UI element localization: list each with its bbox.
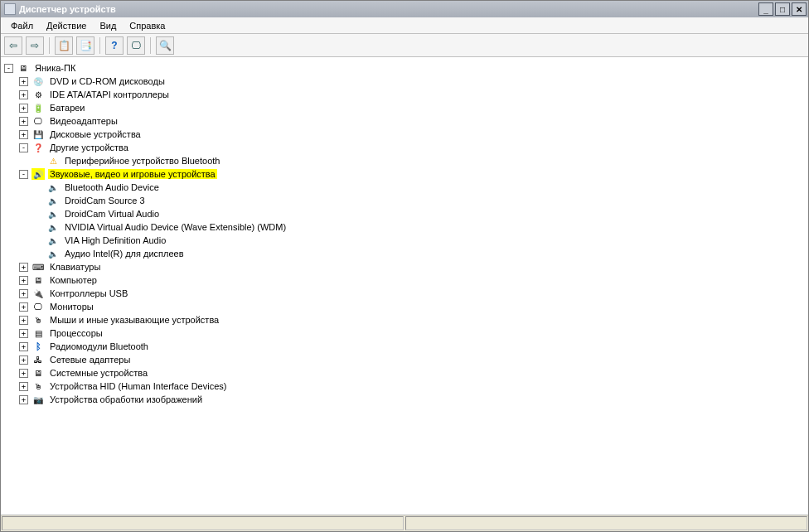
expand-toggle[interactable]: + (19, 302, 28, 312)
device-tree-panel[interactable]: -Яника-ПК+DVD и CD-ROM дисководы+IDE ATA… (1, 57, 808, 515)
tree-node[interactable]: Bluetooth Audio Device (34, 181, 807, 194)
icon-speaker-icon (46, 181, 60, 193)
tree-node-label: Другие устройства (48, 143, 130, 152)
toolbar-separator (49, 37, 50, 54)
toggle-spacer (34, 236, 43, 245)
expand-toggle[interactable]: + (19, 316, 28, 325)
status-pane-1 (2, 516, 404, 530)
tree-node[interactable]: +Сетевые адаптеры (19, 353, 807, 366)
toolbar-properties-button[interactable]: 📑 (76, 36, 94, 55)
toolbar-forward-button[interactable]: ⇨ (26, 36, 44, 55)
expand-toggle[interactable]: + (19, 77, 28, 86)
tree-node[interactable]: +Мыши и иные указывающие устройства (19, 313, 807, 326)
window-title: Диспетчер устройств (19, 4, 116, 14)
tree-node-label: Сетевые адаптеры (48, 355, 132, 365)
tree-node[interactable]: Аудио Intel(R) для дисплеев (34, 247, 807, 260)
tree-node-label: Мониторы (48, 302, 95, 312)
arrow-left-icon: ⇦ (9, 40, 17, 51)
tree-node[interactable]: +Процессоры (19, 326, 807, 340)
tree-node[interactable]: -Звуковые, видео и игровые устройства (19, 167, 807, 181)
icon-battery-icon (31, 102, 45, 114)
menu-file[interactable]: Файл (4, 19, 40, 32)
tree-node[interactable]: +Контроллеры USB (19, 287, 807, 300)
tree-node[interactable]: +IDE ATA/ATAPI контроллеры (19, 88, 807, 101)
toolbar-back-button[interactable]: ⇦ (4, 36, 22, 55)
close-button[interactable]: ✕ (792, 2, 807, 16)
tree-node-label: Дисковые устройства (48, 129, 143, 139)
expand-toggle[interactable]: - (19, 170, 28, 179)
tree-node[interactable]: +DVD и CD-ROM дисководы (19, 75, 807, 88)
menu-view[interactable]: Вид (93, 19, 123, 32)
tree-root-node[interactable]: -Яника-ПК (4, 61, 807, 75)
tree-node-label: Клавиатуры (48, 262, 102, 272)
tree-node[interactable]: VIA High Definition Audio (34, 234, 807, 247)
icon-disk-icon (31, 128, 45, 140)
tree-node-label: VIA High Definition Audio (63, 235, 167, 245)
icon-monitor-icon (31, 301, 45, 312)
icon-image-icon (31, 394, 45, 405)
tree-node[interactable]: DroidCam Virtual Audio (34, 207, 807, 220)
icon-speaker-icon (46, 248, 60, 259)
expand-toggle[interactable]: + (19, 104, 28, 113)
tree-node[interactable]: +Мониторы (19, 300, 807, 313)
tree-node-label: Яника-ПК (33, 63, 77, 73)
toolbar-help-button[interactable]: ? (105, 36, 124, 55)
expand-toggle[interactable]: - (4, 64, 13, 73)
tree-node-label: Батареи (48, 103, 87, 113)
device-manager-window: Диспетчер устройств _ □ ✕ Файл Действие … (0, 0, 809, 532)
menu-action[interactable]: Действие (40, 19, 93, 32)
expand-toggle[interactable]: + (19, 395, 28, 404)
tree-node[interactable]: +Устройства обработки изображений (19, 393, 807, 406)
tree-node[interactable]: Периферийное устройство Bluetooth (34, 154, 807, 167)
tree-node-label: Компьютер (48, 275, 99, 285)
expand-toggle[interactable]: + (19, 342, 28, 351)
tree-node-label: Аудио Intel(R) для дисплеев (63, 249, 186, 259)
expand-toggle[interactable]: + (19, 382, 28, 391)
icon-cd-icon (31, 75, 45, 87)
tree-node-label: Устройства HID (Human Interface Devices) (48, 381, 228, 391)
menu-help[interactable]: Справка (123, 19, 172, 32)
toggle-spacer (34, 183, 43, 192)
expand-toggle[interactable]: + (19, 263, 28, 272)
expand-toggle[interactable]: + (19, 130, 28, 139)
status-bar (1, 515, 808, 531)
tree-node[interactable]: +Устройства HID (Human Interface Devices… (19, 380, 807, 393)
icon-sound-icon (31, 168, 45, 180)
tree-node[interactable]: +Компьютер (19, 273, 807, 287)
maximize-button[interactable]: □ (775, 2, 790, 16)
tree-node[interactable]: DroidCam Source 3 (34, 194, 807, 207)
expand-toggle[interactable]: + (19, 289, 28, 298)
tree-node[interactable]: +Дисковые устройства (19, 128, 807, 141)
tree-node[interactable]: NVIDIA Virtual Audio Device (Wave Extens… (34, 220, 807, 234)
tree-node-label: Видеоадаптеры (48, 116, 119, 126)
toolbar-separator (150, 37, 151, 54)
toolbar-view-button[interactable]: 🖵 (127, 36, 145, 55)
tree-node[interactable]: +Системные устройства (19, 366, 807, 380)
toolbar-show-button[interactable]: 📋 (55, 36, 73, 55)
tree-node[interactable]: -Другие устройства (19, 141, 807, 154)
tree-node[interactable]: +Клавиатуры (19, 260, 807, 273)
icon-system-icon (31, 367, 45, 379)
tree-node-label: IDE ATA/ATAPI контроллеры (48, 89, 171, 99)
icon-speaker-icon (46, 235, 60, 246)
tree-node-label: Мыши и иные указывающие устройства (48, 315, 220, 325)
expand-toggle[interactable]: + (19, 90, 28, 99)
toolbar-scan-button[interactable]: 🔍 (156, 36, 174, 55)
minimize-button[interactable]: _ (758, 2, 773, 16)
tree-node[interactable]: +Батареи (19, 101, 807, 114)
tree-node[interactable]: +Радиомодули Bluetooth (19, 340, 807, 353)
tree-node[interactable]: +Видеоадаптеры (19, 114, 807, 128)
title-bar[interactable]: Диспетчер устройств _ □ ✕ (1, 1, 808, 17)
icon-usb-icon (31, 288, 45, 299)
tree-node-label: Системные устройства (48, 368, 149, 378)
expand-toggle[interactable]: + (19, 369, 28, 378)
expand-toggle[interactable]: + (19, 276, 28, 285)
expand-toggle[interactable]: - (19, 143, 28, 152)
help-icon: ? (111, 40, 117, 51)
expand-toggle[interactable]: + (19, 117, 28, 126)
expand-toggle[interactable]: + (19, 329, 28, 338)
toggle-spacer (34, 249, 43, 259)
icon-speaker-icon (46, 221, 60, 233)
toggle-spacer (34, 223, 43, 232)
expand-toggle[interactable]: + (19, 355, 28, 365)
